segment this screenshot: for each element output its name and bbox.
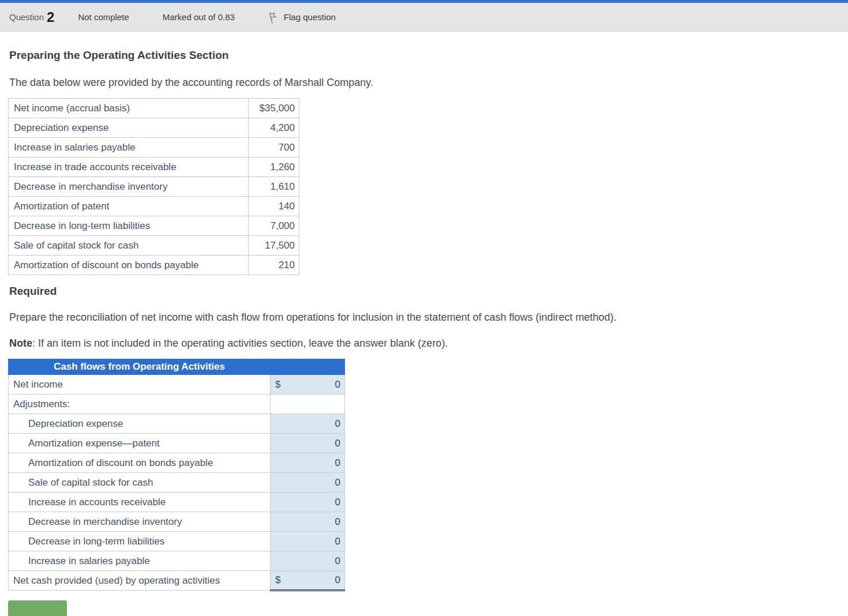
table-row: Depreciation expense 4,200 (9, 118, 299, 138)
answer-row-label: Decrease in long-term liabilities (9, 532, 271, 551)
table-row: Increase in trade accounts receivable 1,… (9, 157, 299, 177)
answer-table: Cash flows from Operating Activities Net… (8, 359, 345, 591)
answer-value: 0 (275, 497, 340, 508)
answer-row-label: Amortization of discount on bonds payabl… (9, 453, 271, 473)
answer-value: 0 (280, 574, 340, 586)
answer-table-header-spacer (271, 359, 345, 375)
answer-row: Amortization expense—patent 0 (9, 434, 345, 453)
answer-empty-cell (271, 395, 345, 414)
instruction-text: Prepare the reconciliation of net income… (9, 310, 840, 324)
answer-value: 0 (275, 418, 340, 430)
flag-question-label: Flag question (284, 12, 336, 22)
answer-input-amortization-discount-bonds[interactable]: 0 (271, 453, 345, 473)
row-value: 4,200 (249, 118, 299, 138)
answer-value: 0 (275, 555, 340, 567)
answer-row: Sale of capital stock for cash 0 (9, 473, 345, 493)
answer-value: 0 (275, 457, 340, 469)
note-text: Note: If an item is not included in the … (9, 336, 840, 350)
note-label: Note (9, 337, 32, 349)
row-label: Net income (accrual basis) (9, 99, 249, 118)
answer-value: 0 (275, 438, 340, 449)
answer-row: Amortization of discount on bonds payabl… (9, 453, 345, 473)
check-button[interactable] (8, 600, 67, 616)
answer-input-net-income[interactable]: $0 (271, 375, 345, 395)
answer-row-label: Amortization expense—patent (9, 434, 271, 453)
page-title: Preparing the Operating Activities Secti… (9, 48, 840, 62)
answer-row-label: Increase in salaries payable (9, 551, 271, 571)
answer-row: Adjustments: (9, 395, 345, 414)
row-label: Sale of capital stock for cash (9, 236, 249, 256)
table-row: Decrease in merchandise inventory 1,610 (9, 177, 299, 197)
answer-row: Net income $0 (9, 375, 345, 395)
row-value: 1,260 (249, 157, 299, 177)
question-marks: Marked out of 0.83 (163, 12, 235, 22)
row-value: 17,500 (249, 236, 299, 256)
answer-input-net-cash-operating[interactable]: $0 (271, 571, 345, 591)
question-number: 2 (47, 9, 54, 25)
answer-value: 0 (275, 516, 340, 528)
row-label: Depreciation expense (9, 118, 249, 138)
answer-row-label: Adjustments: (9, 395, 271, 414)
answer-input-sale-capital-stock[interactable]: 0 (271, 473, 345, 493)
flag-question-control[interactable]: Flag question (268, 11, 336, 24)
answer-input-depreciation-expense[interactable]: 0 (271, 414, 345, 434)
row-value: 1,610 (249, 177, 299, 197)
answer-table-header-row: Cash flows from Operating Activities (9, 359, 345, 375)
row-label: Decrease in long-term liabilities (9, 216, 249, 236)
answer-row-label: Depreciation expense (9, 414, 271, 434)
row-label: Amortization of discount on bonds payabl… (9, 256, 249, 275)
row-value: 140 (249, 197, 299, 216)
table-row: Increase in salaries payable 700 (9, 138, 299, 157)
answer-input-decrease-merchandise-inventory[interactable]: 0 (271, 512, 345, 532)
quiz-question-page: Question 2 Not complete Marked out of 0.… (0, 0, 848, 616)
table-row: Sale of capital stock for cash 17,500 (9, 236, 299, 256)
answer-row-label: Net income (9, 375, 271, 395)
question-status: Not complete (78, 12, 129, 22)
table-row: Amortization of discount on bonds payabl… (9, 256, 299, 275)
intro-text: The data below were provided by the acco… (9, 76, 840, 89)
row-value: $35,000 (249, 99, 299, 118)
answer-row: Increase in accounts receivable 0 (9, 493, 345, 512)
answer-table-title: Cash flows from Operating Activities (9, 359, 271, 375)
row-label: Increase in salaries payable (9, 138, 249, 157)
answer-row: Decrease in merchandise inventory 0 (9, 512, 345, 532)
answer-input-increase-salaries-payable[interactable]: 0 (271, 551, 345, 571)
answer-value: 0 (280, 379, 340, 390)
answer-row-label: Net cash provided (used) by operating ac… (9, 571, 271, 591)
answer-row: Increase in salaries payable 0 (9, 551, 345, 571)
answer-value: 0 (275, 477, 340, 489)
table-row: Decrease in long-term liabilities 7,000 (9, 216, 299, 236)
row-label: Amortization of patent (9, 197, 249, 216)
answer-row-total: Net cash provided (used) by operating ac… (9, 571, 345, 591)
row-label: Increase in trade accounts receivable (9, 157, 249, 177)
answer-input-decrease-longterm-liabilities[interactable]: 0 (271, 532, 345, 551)
flag-icon (268, 11, 279, 24)
currency-symbol: $ (275, 379, 280, 390)
answer-row: Depreciation expense 0 (9, 414, 345, 434)
row-value: 210 (249, 256, 299, 275)
row-label: Decrease in merchandise inventory (9, 177, 249, 197)
question-body: Preparing the Operating Activities Secti… (0, 48, 848, 616)
answer-value: 0 (275, 536, 340, 547)
row-value: 7,000 (249, 216, 299, 236)
currency-symbol: $ (275, 574, 280, 586)
required-heading: Required (9, 284, 840, 298)
answer-row: Decrease in long-term liabilities 0 (9, 532, 345, 551)
answer-input-amortization-patent[interactable]: 0 (271, 434, 345, 453)
question-label: Question (9, 12, 44, 22)
answer-input-increase-accounts-receivable[interactable]: 0 (271, 493, 345, 512)
table-row: Net income (accrual basis) $35,000 (9, 99, 299, 118)
question-header-bar: Question 2 Not complete Marked out of 0.… (0, 3, 848, 32)
answer-row-label: Decrease in merchandise inventory (9, 512, 271, 532)
given-data-table: Net income (accrual basis) $35,000 Depre… (8, 98, 299, 275)
row-value: 700 (249, 138, 299, 157)
answer-row-label: Increase in accounts receivable (9, 493, 271, 512)
answer-row-label: Sale of capital stock for cash (9, 473, 271, 493)
table-row: Amortization of patent 140 (9, 197, 299, 216)
